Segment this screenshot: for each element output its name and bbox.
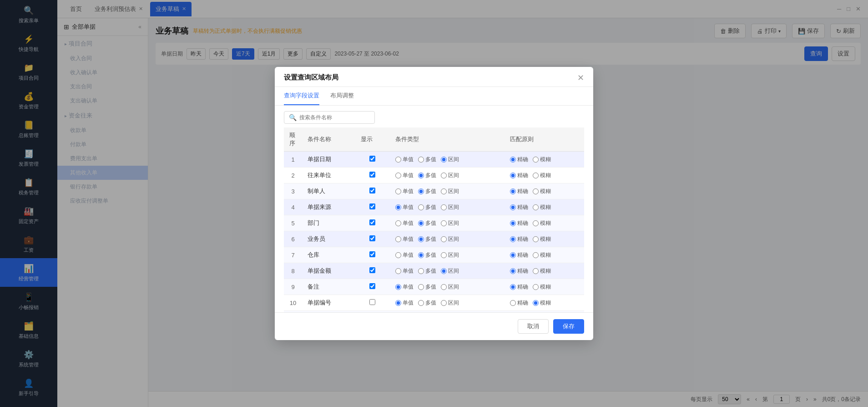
match-option-模糊-9[interactable]: 模糊	[533, 283, 551, 291]
display-check-5[interactable]	[355, 215, 390, 231]
display-check-9[interactable]	[355, 279, 390, 295]
display-check-3[interactable]	[355, 183, 390, 199]
match-option-精确-6[interactable]: 精确	[510, 235, 528, 243]
display-checkbox-6[interactable]	[369, 235, 375, 241]
display-check-10[interactable]	[355, 295, 390, 311]
type-option-区间-5[interactable]: 区间	[441, 219, 459, 227]
display-checkbox-3[interactable]	[369, 188, 375, 193]
match-option-精确-2[interactable]: 精确	[510, 172, 528, 179]
condition-name-2: 往来单位	[302, 168, 355, 183]
match-option-精确-4[interactable]: 精确	[510, 204, 528, 211]
type-option-单值-3[interactable]: 单值	[395, 188, 414, 195]
display-checkbox-8[interactable]	[369, 267, 375, 273]
display-check-2[interactable]	[355, 168, 390, 183]
type-option-单值-9[interactable]: 单值	[395, 283, 414, 291]
type-option-区间-2[interactable]: 区间	[441, 172, 459, 179]
type-option-区间-7[interactable]: 区间	[441, 251, 459, 259]
match-option-模糊-1[interactable]: 模糊	[533, 156, 551, 163]
condition-name-4: 单据来源	[302, 199, 355, 215]
display-check-1[interactable]	[355, 152, 390, 168]
match-option-精确-3[interactable]: 精确	[510, 188, 528, 195]
type-option-多值-8[interactable]: 多值	[418, 267, 436, 275]
condition-type-8: 单值多值区间	[390, 263, 505, 279]
type-option-区间-6[interactable]: 区间	[441, 235, 459, 243]
type-option-区间-3[interactable]: 区间	[441, 188, 459, 195]
modal-close-button[interactable]: ✕	[577, 74, 584, 82]
table-row: 1	[284, 152, 302, 168]
display-check-4[interactable]	[355, 199, 390, 215]
type-option-多值-7[interactable]: 多值	[418, 251, 436, 259]
modal-table-wrap: 顺序 条件名称 显示 条件类型 匹配原则 1单据日期单值多值区间精确模糊2往来单…	[275, 127, 593, 312]
display-checkbox-5[interactable]	[369, 219, 375, 225]
type-option-多值-2[interactable]: 多值	[418, 172, 436, 179]
condition-name-7: 仓库	[302, 247, 355, 263]
display-checkbox-10[interactable]	[369, 299, 375, 305]
display-checkbox-1[interactable]	[369, 156, 375, 162]
match-principle-4: 精确模糊	[505, 199, 584, 215]
match-option-精确-5[interactable]: 精确	[510, 219, 528, 227]
type-option-区间-10[interactable]: 区间	[441, 299, 459, 307]
match-option-精确-10[interactable]: 精确	[510, 299, 528, 307]
type-option-多值-5[interactable]: 多值	[418, 219, 436, 227]
type-option-单值-1[interactable]: 单值	[395, 156, 414, 163]
type-option-多值-1[interactable]: 多值	[418, 156, 436, 163]
match-principle-5: 精确模糊	[505, 215, 584, 231]
modal-tab-layout[interactable]: 布局调整	[330, 87, 354, 105]
match-option-模糊-8[interactable]: 模糊	[533, 267, 551, 275]
modal-tab-query[interactable]: 查询字段设置	[284, 87, 319, 105]
type-option-单值-4[interactable]: 单值	[395, 204, 414, 211]
type-option-区间-4[interactable]: 区间	[441, 204, 459, 211]
cancel-button[interactable]: 取消	[518, 319, 549, 334]
match-option-模糊-4[interactable]: 模糊	[533, 204, 551, 211]
modal-header: 设置查询区域布局 ✕	[275, 67, 593, 87]
match-option-模糊-2[interactable]: 模糊	[533, 172, 551, 179]
display-checkbox-7[interactable]	[369, 251, 375, 257]
type-option-单值-10[interactable]: 单值	[395, 299, 414, 307]
match-principle-8: 精确模糊	[505, 263, 584, 279]
condition-type-4: 单值多值区间	[390, 199, 505, 215]
match-option-模糊-3[interactable]: 模糊	[533, 188, 551, 195]
modal-save-button[interactable]: 保存	[553, 319, 584, 334]
type-option-单值-2[interactable]: 单值	[395, 172, 414, 179]
display-check-8[interactable]	[355, 263, 390, 279]
modal-tab-layout-label: 布局调整	[330, 92, 354, 99]
match-principle-7: 精确模糊	[505, 247, 584, 263]
condition-type-5: 单值多值区间	[390, 215, 505, 231]
table-row: 9	[284, 279, 302, 295]
condition-name-8: 单据金额	[302, 263, 355, 279]
match-option-模糊-6[interactable]: 模糊	[533, 235, 551, 243]
type-option-区间-8[interactable]: 区间	[441, 267, 459, 275]
match-option-模糊-5[interactable]: 模糊	[533, 219, 551, 227]
match-option-精确-8[interactable]: 精确	[510, 267, 528, 275]
modal-overlay: 设置查询区域布局 ✕ 查询字段设置 布局调整 🔍 顺序	[0, 0, 868, 407]
match-option-模糊-7[interactable]: 模糊	[533, 251, 551, 259]
search-box: 🔍	[284, 111, 375, 124]
match-option-精确-1[interactable]: 精确	[510, 156, 528, 163]
type-option-区间-9[interactable]: 区间	[441, 283, 459, 291]
table-row: 2	[284, 168, 302, 183]
type-option-多值-3[interactable]: 多值	[418, 188, 436, 195]
condition-type-9: 单值多值区间	[390, 279, 505, 295]
match-option-精确-9[interactable]: 精确	[510, 283, 528, 291]
display-checkbox-9[interactable]	[369, 283, 375, 289]
condition-name-10: 单据编号	[302, 295, 355, 311]
type-option-单值-8[interactable]: 单值	[395, 267, 414, 275]
display-check-7[interactable]	[355, 247, 390, 263]
type-option-多值-4[interactable]: 多值	[418, 204, 436, 211]
display-check-6[interactable]	[355, 231, 390, 247]
display-checkbox-4[interactable]	[369, 204, 375, 209]
type-option-单值-6[interactable]: 单值	[395, 235, 414, 243]
type-option-单值-5[interactable]: 单值	[395, 219, 414, 227]
match-principle-6: 精确模糊	[505, 231, 584, 247]
type-option-区间-1[interactable]: 区间	[441, 156, 459, 163]
search-input[interactable]	[299, 114, 370, 121]
match-option-精确-7[interactable]: 精确	[510, 251, 528, 259]
match-option-模糊-10[interactable]: 模糊	[533, 299, 551, 307]
col-type: 条件类型	[390, 127, 505, 152]
type-option-多值-6[interactable]: 多值	[418, 235, 436, 243]
type-option-单值-7[interactable]: 单值	[395, 251, 414, 259]
type-option-多值-10[interactable]: 多值	[418, 299, 436, 307]
search-icon: 🔍	[289, 114, 297, 121]
display-checkbox-2[interactable]	[369, 172, 375, 178]
type-option-多值-9[interactable]: 多值	[418, 283, 436, 291]
